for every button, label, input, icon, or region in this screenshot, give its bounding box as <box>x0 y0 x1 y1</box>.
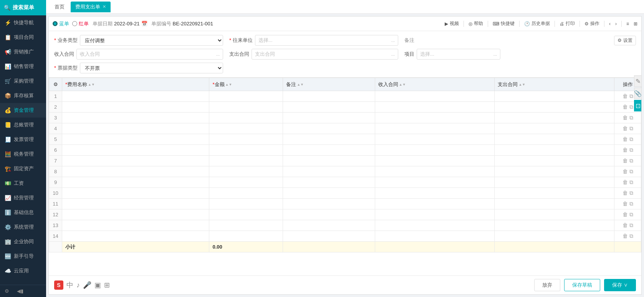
row-note-12[interactable] <box>283 209 375 220</box>
settings-button[interactable]: ⚙ 设置 <box>614 36 636 45</box>
row-copy-11[interactable]: ⧉ <box>629 201 633 207</box>
row-name-13[interactable] <box>62 220 209 231</box>
row-amount-1[interactable] <box>209 91 283 102</box>
blue-bill-radio[interactable]: 蓝单 <box>53 20 69 27</box>
invoice-type-select[interactable]: 不开票 <box>80 63 223 73</box>
row-note-14[interactable] <box>283 231 375 242</box>
save-draft-button[interactable]: 保存草稿 <box>564 279 600 291</box>
sidebar-header[interactable]: 🔍 搜索菜单 <box>0 0 46 15</box>
right-float-btn-2[interactable]: 📎 <box>634 88 642 99</box>
row-expense-9[interactable] <box>495 177 614 188</box>
note-sort-icon[interactable]: ▲▼ <box>297 83 304 86</box>
row-note-2[interactable] <box>283 102 375 113</box>
row-note-5[interactable] <box>283 134 375 145</box>
footer-icon-music[interactable]: ♪ <box>76 281 80 289</box>
project-dots[interactable]: ... <box>493 52 497 56</box>
row-name-8[interactable] <box>62 166 209 177</box>
row-name-11[interactable] <box>62 199 209 209</box>
row-amount-8[interactable] <box>209 166 283 177</box>
row-copy-3[interactable]: ⧉ <box>629 114 633 121</box>
row-income-5[interactable] <box>375 134 495 145</box>
nav-prev[interactable]: ‹ <box>609 21 611 27</box>
row-amount-11[interactable] <box>209 199 283 209</box>
row-name-1[interactable] <box>62 91 209 102</box>
sidebar-item-sales[interactable]: 📊 销售管理 <box>0 59 46 74</box>
row-note-10[interactable] <box>283 188 375 199</box>
tab-home[interactable]: 首页 <box>50 2 69 12</box>
row-note-3[interactable] <box>283 113 375 123</box>
footer-icon-zhong[interactable]: 中 <box>66 280 73 290</box>
row-amount-9[interactable] <box>209 177 283 188</box>
row-income-13[interactable] <box>375 220 495 231</box>
settings-icon[interactable]: ⚙ <box>5 288 9 294</box>
row-note-11[interactable] <box>283 199 375 209</box>
print-action[interactable]: 🖨 打印 <box>560 20 575 27</box>
row-copy-14[interactable]: ⧉ <box>629 233 633 239</box>
row-expense-13[interactable] <box>495 220 614 231</box>
sidebar-item-purchase[interactable]: 🛒 采购管理 <box>0 74 46 88</box>
row-amount-2[interactable] <box>209 102 283 113</box>
row-expense-3[interactable] <box>495 113 614 123</box>
row-expense-10[interactable] <box>495 188 614 199</box>
footer-icon-grid1[interactable]: ▣ <box>94 281 101 289</box>
row-amount-13[interactable] <box>209 220 283 231</box>
row-delete-4[interactable]: 🗑 <box>622 125 628 132</box>
sidebar-item-operations[interactable]: 📈 经营管理 <box>0 191 46 205</box>
income-contract-dots[interactable]: ... <box>216 52 220 56</box>
expense-sort-icon[interactable]: ▲▼ <box>518 83 525 86</box>
sidebar-item-capital[interactable]: 💰 资金管理 <box>0 103 46 118</box>
business-type-select[interactable]: 应付调整 <box>80 35 223 46</box>
row-note-8[interactable] <box>283 166 375 177</box>
row-amount-14[interactable] <box>209 231 283 242</box>
row-name-4[interactable] <box>62 123 209 134</box>
row-delete-13[interactable]: 🗑 <box>622 222 628 229</box>
sidebar-item-fixed-assets[interactable]: 🏗️ 固定资产 <box>0 161 46 176</box>
row-income-8[interactable] <box>375 166 495 177</box>
footer-icon-grid2[interactable]: ⊞ <box>104 281 110 289</box>
row-expense-6[interactable] <box>495 145 614 156</box>
name-sort-icon[interactable]: ▲▼ <box>88 83 95 86</box>
row-amount-6[interactable] <box>209 145 283 156</box>
row-income-10[interactable] <box>375 188 495 199</box>
grid-view-icon[interactable]: ⊞ <box>634 21 637 27</box>
row-amount-3[interactable] <box>209 113 283 123</box>
row-delete-2[interactable]: 🗑 <box>622 104 628 110</box>
list-view-icon[interactable]: ≡ <box>626 21 629 27</box>
sidebar-item-marketing[interactable]: 📢 营销推广 <box>0 45 46 59</box>
row-income-12[interactable] <box>375 209 495 220</box>
row-income-7[interactable] <box>375 156 495 166</box>
income-sort-icon[interactable]: ▲▼ <box>399 83 406 86</box>
sidebar-item-basic-info[interactable]: ℹ️ 基础信息 <box>0 205 46 220</box>
save-button[interactable]: 保存 ∨ <box>604 279 636 291</box>
row-income-2[interactable] <box>375 102 495 113</box>
row-expense-8[interactable] <box>495 166 614 177</box>
row-delete-1[interactable]: 🗑 <box>622 93 628 100</box>
sidebar-item-tax[interactable]: 🧮 税务管理 <box>0 147 46 161</box>
date-value[interactable]: 2022-09-21 <box>114 21 140 27</box>
row-copy-1[interactable]: ⧉ <box>629 93 633 100</box>
sidebar-item-ledger[interactable]: 📒 总账管理 <box>0 118 46 132</box>
row-name-9[interactable] <box>62 177 209 188</box>
row-delete-8[interactable]: 🗑 <box>622 168 628 175</box>
red-bill-input[interactable] <box>72 21 77 26</box>
row-delete-9[interactable]: 🗑 <box>622 179 628 186</box>
row-amount-5[interactable] <box>209 134 283 145</box>
discard-button[interactable]: 放弃 <box>534 279 560 291</box>
row-income-1[interactable] <box>375 91 495 102</box>
row-copy-8[interactable]: ⧉ <box>629 168 633 175</box>
sidebar-item-salary[interactable]: 💵 工资 <box>0 176 46 191</box>
row-amount-4[interactable] <box>209 123 283 134</box>
row-name-10[interactable] <box>62 188 209 199</box>
gear-column-header[interactable]: ⚙ <box>49 78 62 91</box>
row-delete-10[interactable]: 🗑 <box>622 190 628 196</box>
row-income-6[interactable] <box>375 145 495 156</box>
right-float-btn-3[interactable]: ⊡ <box>634 100 642 111</box>
sidebar-item-new-guide[interactable]: 🆕 新手引导 <box>0 249 46 264</box>
row-expense-4[interactable] <box>495 123 614 134</box>
row-name-12[interactable] <box>62 209 209 220</box>
amount-sort-icon[interactable]: ▲▼ <box>225 83 232 86</box>
sidebar-item-inventory[interactable]: 📦 库存核算 <box>0 88 46 103</box>
row-note-13[interactable] <box>283 220 375 231</box>
footer-icon-mic[interactable]: 🎤 <box>83 281 91 289</box>
shortcut-action[interactable]: ⌨ 快捷键 <box>493 20 515 27</box>
